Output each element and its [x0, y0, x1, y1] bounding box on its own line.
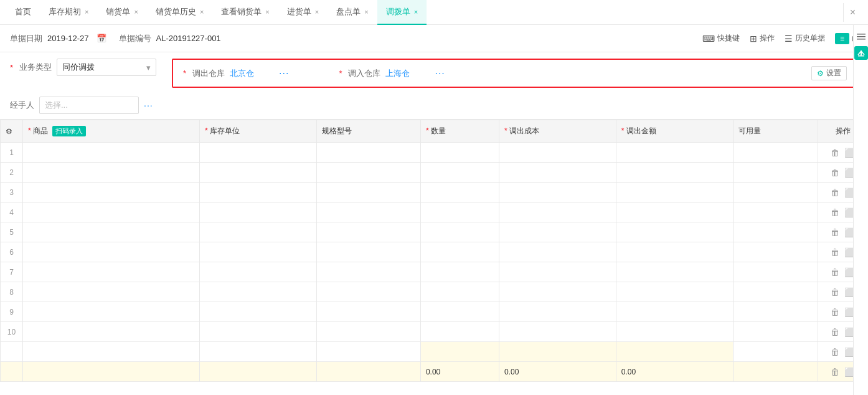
- row-7-spec[interactable]: [316, 262, 420, 282]
- row-10-spec[interactable]: [316, 322, 420, 342]
- delete-icon[interactable]: 🗑: [831, 367, 839, 377]
- row-7-amount[interactable]: [616, 262, 733, 282]
- tab-sales-history[interactable]: 销货单历史 ×: [147, 0, 212, 25]
- row-8-available[interactable]: [733, 282, 818, 302]
- row-8-cost[interactable]: [499, 282, 616, 302]
- row-4-qty[interactable]: [420, 202, 499, 222]
- sidebar-export-icon[interactable]: [854, 46, 868, 60]
- row-7-unit[interactable]: [199, 262, 316, 282]
- row-8-qty[interactable]: [420, 282, 499, 302]
- sidebar-list-icon[interactable]: [854, 30, 868, 44]
- row-2-cost[interactable]: [499, 163, 616, 183]
- row-4-product[interactable]: [23, 202, 200, 222]
- row-11-product[interactable]: [23, 342, 200, 362]
- row-5-qty[interactable]: [420, 222, 499, 242]
- row-11-spec[interactable]: [316, 342, 420, 362]
- row-9-spec[interactable]: [316, 302, 420, 322]
- calendar-icon[interactable]: 📅: [97, 34, 106, 43]
- row-9-available[interactable]: [733, 302, 818, 322]
- row-3-cost[interactable]: [499, 183, 616, 202]
- row-1-spec[interactable]: [316, 143, 420, 163]
- row-3-available[interactable]: [733, 183, 818, 202]
- row-11-cost[interactable]: [499, 342, 616, 362]
- handler-more-button[interactable]: ···: [144, 100, 153, 110]
- handler-input[interactable]: 选择...: [39, 97, 139, 114]
- row-3-product[interactable]: [23, 183, 200, 202]
- row-5-spec[interactable]: [316, 222, 420, 242]
- row-2-amount[interactable]: [616, 163, 733, 183]
- row-10-qty[interactable]: [420, 322, 499, 342]
- layout-btn-1[interactable]: ≡: [835, 33, 849, 44]
- row-5-unit[interactable]: [199, 222, 316, 242]
- row-5-amount[interactable]: [616, 222, 733, 242]
- row-6-unit[interactable]: [199, 242, 316, 262]
- row-6-product[interactable]: [23, 242, 200, 262]
- operations-button[interactable]: ⊞ 操作: [750, 33, 775, 44]
- row-2-unit[interactable]: [199, 163, 316, 183]
- row-6-available[interactable]: [733, 242, 818, 262]
- row-11-unit[interactable]: [199, 342, 316, 362]
- col-gear[interactable]: ⚙: [1, 120, 23, 143]
- tab-view-sales[interactable]: 查看销货单 ×: [212, 0, 278, 25]
- delete-icon[interactable]: 🗑: [831, 287, 839, 297]
- row-9-unit[interactable]: [199, 302, 316, 322]
- row-3-qty[interactable]: [420, 183, 499, 202]
- row-11-qty[interactable]: [420, 342, 499, 362]
- row-3-amount[interactable]: [616, 183, 733, 202]
- delete-icon[interactable]: 🗑: [831, 327, 839, 337]
- delete-icon[interactable]: 🗑: [831, 307, 839, 317]
- tab-purchase-order[interactable]: 进货单 ×: [278, 0, 328, 25]
- tab-transfer[interactable]: 调拨单 ×: [377, 0, 427, 25]
- row-2-product[interactable]: [23, 163, 200, 183]
- row-1-product[interactable]: [23, 143, 200, 163]
- row-8-product[interactable]: [23, 282, 200, 302]
- row-11-available[interactable]: [733, 342, 818, 362]
- row-5-product[interactable]: [23, 222, 200, 242]
- row-8-unit[interactable]: [199, 282, 316, 302]
- row-1-cost[interactable]: [499, 143, 616, 163]
- row-4-cost[interactable]: [499, 202, 616, 222]
- row-9-qty[interactable]: [420, 302, 499, 322]
- row-7-qty[interactable]: [420, 262, 499, 282]
- row-7-cost[interactable]: [499, 262, 616, 282]
- row-9-cost[interactable]: [499, 302, 616, 322]
- row-6-cost[interactable]: [499, 242, 616, 262]
- row-9-amount[interactable]: [616, 302, 733, 322]
- business-type-input[interactable]: 同价调拨 ▾: [57, 59, 156, 76]
- row-4-amount[interactable]: [616, 202, 733, 222]
- warehouse-out-more-button[interactable]: ···: [279, 68, 289, 79]
- tab-home[interactable]: 首页: [6, 0, 40, 25]
- row-8-amount[interactable]: [616, 282, 733, 302]
- tab-sales-order-close[interactable]: ×: [134, 8, 138, 16]
- tab-stock-init[interactable]: 库存期初 ×: [40, 0, 97, 25]
- row-6-amount[interactable]: [616, 242, 733, 262]
- row-10-product[interactable]: [23, 322, 200, 342]
- row-1-amount[interactable]: [616, 143, 733, 163]
- delete-icon[interactable]: 🗑: [831, 188, 839, 198]
- row-2-spec[interactable]: [316, 163, 420, 183]
- shortcuts-button[interactable]: ⌨ 快捷键: [702, 33, 740, 44]
- row-5-available[interactable]: [733, 222, 818, 242]
- row-4-spec[interactable]: [316, 202, 420, 222]
- warehouse-in-value[interactable]: 上海仓: [385, 68, 410, 79]
- delete-icon[interactable]: 🗑: [831, 227, 839, 237]
- row-6-qty[interactable]: [420, 242, 499, 262]
- row-10-available[interactable]: [733, 322, 818, 342]
- delete-icon[interactable]: 🗑: [831, 148, 839, 158]
- tab-view-sales-close[interactable]: ×: [265, 8, 269, 16]
- date-value[interactable]: 2019-12-27: [47, 34, 89, 43]
- row-4-available[interactable]: [733, 202, 818, 222]
- tab-purchase-order-close[interactable]: ×: [315, 8, 319, 16]
- row-5-cost[interactable]: [499, 222, 616, 242]
- row-10-unit[interactable]: [199, 322, 316, 342]
- row-3-spec[interactable]: [316, 183, 420, 202]
- delete-icon[interactable]: 🗑: [831, 168, 839, 178]
- delete-icon[interactable]: 🗑: [831, 267, 839, 277]
- row-1-available[interactable]: [733, 143, 818, 163]
- tab-inventory[interactable]: 盘点单 ×: [328, 0, 377, 25]
- delete-icon[interactable]: 🗑: [831, 207, 839, 217]
- tab-transfer-close[interactable]: ×: [414, 8, 418, 16]
- warehouse-out-value[interactable]: 北京仓: [230, 68, 254, 79]
- row-6-spec[interactable]: [316, 242, 420, 262]
- row-2-available[interactable]: [733, 163, 818, 183]
